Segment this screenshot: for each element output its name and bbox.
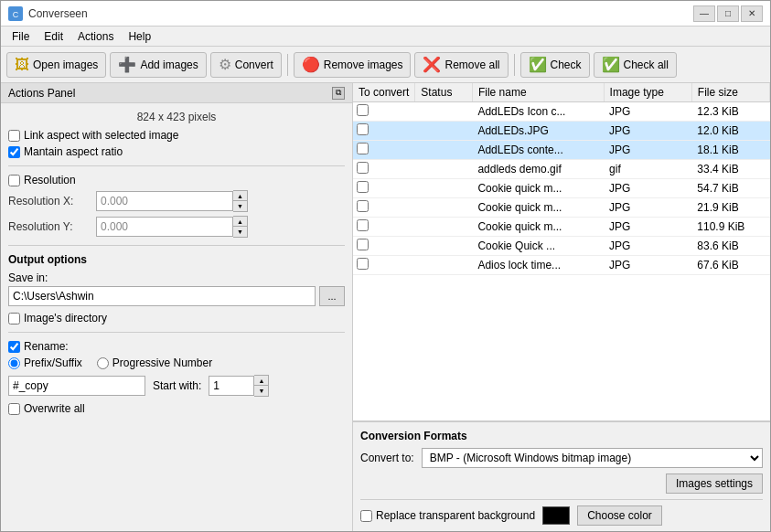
- file-table-container[interactable]: To convert Status File name Image type F…: [353, 83, 770, 421]
- table-row: Cookie Quick ... JPG 83.6 KiB: [353, 237, 770, 256]
- resolution-x-down[interactable]: ▼: [233, 201, 247, 211]
- maintain-aspect-label[interactable]: Mantain aspect ratio: [24, 145, 123, 158]
- table-row: addleds demo.gif gif 33.4 KiB: [353, 160, 770, 179]
- row-size-2: 18.1 KiB: [691, 141, 769, 160]
- row-filename-2: AddLEDs conte...: [472, 141, 604, 160]
- divider-2: [8, 245, 345, 246]
- row-status-4: [415, 179, 473, 198]
- close-button[interactable]: ✕: [741, 5, 763, 22]
- row-checkbox-4[interactable]: [357, 181, 369, 193]
- replace-bg-label[interactable]: Replace transparent background: [376, 509, 535, 522]
- progressive-number-label[interactable]: Progressive Number: [112, 356, 212, 369]
- check-label: Check: [551, 59, 582, 71]
- resolution-y-input[interactable]: [96, 217, 233, 237]
- resolution-x-row: Resolution X: ▲ ▼: [8, 190, 345, 212]
- menu-actions[interactable]: Actions: [70, 28, 121, 45]
- row-type-5: JPG: [604, 198, 691, 218]
- menu-help[interactable]: Help: [121, 28, 158, 45]
- svg-text:C: C: [13, 10, 19, 19]
- browse-button[interactable]: ...: [319, 286, 345, 306]
- minimize-button[interactable]: —: [693, 5, 715, 22]
- table-row: AddLEDs conte... JPG 18.1 KiB: [353, 141, 770, 160]
- row-checkbox-3[interactable]: [357, 162, 369, 174]
- row-status-2: [415, 141, 473, 160]
- conversion-title: Conversion Formats: [360, 430, 763, 442]
- overwrite-all-label[interactable]: Overwrite all: [24, 402, 85, 415]
- overwrite-all-checkbox[interactable]: [8, 403, 20, 415]
- row-status-0: [415, 102, 473, 122]
- images-directory-row: Image's directory: [8, 312, 345, 325]
- resolution-checkbox[interactable]: [8, 175, 20, 186]
- prefix-input[interactable]: [8, 376, 145, 396]
- resolution-label[interactable]: Resolution: [24, 174, 76, 186]
- row-size-3: 33.4 KiB: [691, 160, 769, 179]
- row-filename-8: Adios lock time...: [472, 256, 604, 275]
- row-checkbox-8[interactable]: [357, 258, 369, 270]
- progressive-number-radio[interactable]: [97, 357, 109, 369]
- maintain-aspect-checkbox[interactable]: [8, 146, 20, 158]
- menu-edit[interactable]: Edit: [37, 28, 70, 45]
- row-status-5: [415, 198, 473, 218]
- save-path-input[interactable]: [8, 286, 316, 306]
- file-table: To convert Status File name Image type F…: [353, 83, 770, 275]
- row-checkbox-cell: [353, 141, 415, 160]
- table-row: Adios lock time... JPG 67.6 KiB: [353, 256, 770, 275]
- images-directory-label[interactable]: Image's directory: [24, 312, 107, 325]
- row-checkbox-5[interactable]: [357, 200, 369, 212]
- remove-all-icon: ❌: [423, 56, 441, 73]
- remove-images-button[interactable]: 🔴 Remove images: [294, 52, 412, 78]
- start-with-up[interactable]: ▲: [254, 376, 268, 386]
- row-checkbox-6[interactable]: [357, 219, 369, 231]
- prefix-suffix-option: Prefix/Suffix: [8, 356, 82, 369]
- menu-bar: File Edit Actions Help: [1, 27, 770, 47]
- divider-1: [8, 165, 345, 166]
- row-size-8: 67.6 KiB: [691, 256, 769, 275]
- images-settings-button[interactable]: Images settings: [666, 473, 763, 494]
- title-bar: C Converseen — □ ✕: [1, 1, 770, 27]
- images-directory-checkbox[interactable]: [8, 313, 20, 325]
- start-with-input[interactable]: [209, 376, 254, 396]
- link-aspect-checkbox[interactable]: [8, 130, 20, 142]
- resolution-x-input[interactable]: [96, 191, 233, 211]
- table-row: AddLEDs Icon c... JPG 12.3 KiB: [353, 102, 770, 122]
- row-type-3: gif: [604, 160, 691, 179]
- rename-section: Rename: Prefix/Suffix Progressive Number…: [8, 340, 345, 397]
- row-checkbox-0[interactable]: [357, 104, 369, 116]
- rename-label[interactable]: Rename:: [24, 340, 69, 353]
- row-size-7: 83.6 KiB: [691, 237, 769, 256]
- row-checkbox-7[interactable]: [357, 239, 369, 250]
- add-images-icon: ➕: [118, 56, 136, 73]
- col-to-convert: To convert: [353, 83, 415, 102]
- start-with-down[interactable]: ▼: [254, 386, 268, 396]
- check-button[interactable]: ✅ Check: [520, 52, 590, 78]
- prefix-suffix-label[interactable]: Prefix/Suffix: [24, 356, 82, 369]
- resolution-x-up[interactable]: ▲: [233, 191, 247, 201]
- row-filename-0: AddLEDs Icon c...: [472, 102, 604, 122]
- open-images-button[interactable]: 🖼 Open images: [6, 52, 106, 78]
- row-checkbox-cell: [353, 218, 415, 237]
- remove-all-button[interactable]: ❌ Remove all: [414, 52, 508, 78]
- convert-to-select[interactable]: BMP - (Microsoft Windows bitmap image): [422, 448, 763, 468]
- maximize-button[interactable]: □: [717, 5, 739, 22]
- resolution-y-spinner: ▲ ▼: [233, 216, 248, 238]
- convert-button[interactable]: ⚙ Convert: [210, 52, 282, 78]
- check-all-button[interactable]: ✅ Check all: [594, 52, 677, 78]
- menu-file[interactable]: File: [5, 28, 37, 45]
- link-aspect-label[interactable]: Link aspect with selected image: [24, 129, 178, 142]
- row-checkbox-1[interactable]: [357, 123, 369, 135]
- rename-checkbox[interactable]: [8, 341, 20, 353]
- resolution-y-up[interactable]: ▲: [233, 217, 247, 227]
- choose-color-button[interactable]: Choose color: [577, 505, 662, 526]
- panel-restore-button[interactable]: ⧉: [332, 87, 345, 100]
- replace-bg-checkbox[interactable]: [360, 510, 372, 522]
- panel-title: Actions Panel: [8, 87, 75, 100]
- add-images-button[interactable]: ➕ Add images: [110, 52, 206, 78]
- col-file-size: File size: [691, 83, 769, 102]
- remove-images-label: Remove images: [324, 59, 403, 71]
- resolution-y-down[interactable]: ▼: [233, 227, 247, 237]
- prefix-suffix-radio[interactable]: [8, 357, 20, 369]
- radio-row: Prefix/Suffix Progressive Number: [8, 356, 345, 369]
- row-checkbox-2[interactable]: [357, 143, 369, 154]
- images-settings-row: Images settings: [360, 473, 763, 494]
- check-all-label: Check all: [624, 59, 669, 71]
